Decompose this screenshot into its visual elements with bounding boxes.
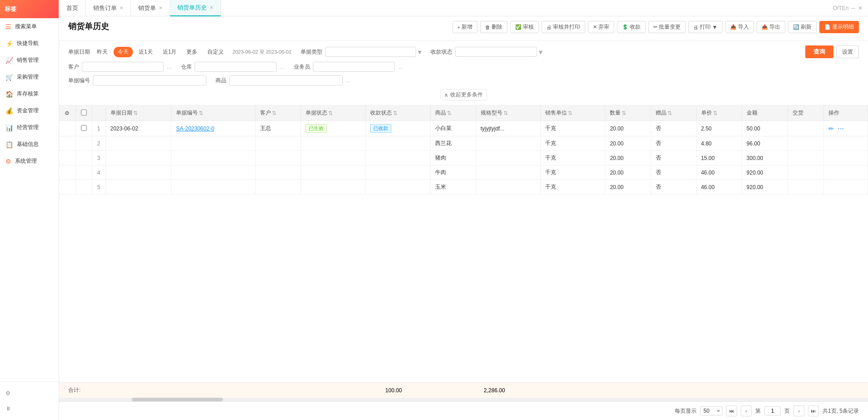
last7days-btn[interactable]: 近1天: [135, 47, 157, 57]
customer-header[interactable]: 客户 ⇅: [255, 105, 301, 121]
warehouse-input[interactable]: [195, 62, 276, 72]
doc-type-dropdown-icon[interactable]: ▾: [418, 48, 421, 56]
prev-page-btn[interactable]: ‹: [741, 405, 752, 416]
row-checkbox-cell[interactable]: [75, 165, 92, 180]
spec-cell: tyjyjtyjdf...: [476, 121, 540, 136]
payment-status-input[interactable]: [455, 47, 537, 57]
delete-button[interactable]: 🗑 删除: [480, 21, 507, 33]
product-more-icon[interactable]: …: [346, 77, 351, 84]
row-checkbox-cell[interactable]: [75, 136, 92, 151]
more-row-icon[interactable]: ⋯: [838, 125, 844, 132]
close-tab-sales-order[interactable]: ✕: [120, 5, 123, 10]
close-tab-sales-history[interactable]: ✕: [210, 5, 213, 10]
product-input[interactable]: [229, 75, 343, 85]
audit-button[interactable]: ✅ 审核: [510, 21, 539, 33]
product-header[interactable]: 商品 ⇅: [430, 105, 476, 121]
salesperson-input[interactable]: [313, 62, 395, 72]
filter-setting-button[interactable]: 设置: [836, 45, 859, 58]
doc-type-label: 单据类型: [301, 48, 322, 56]
horizontal-scrollbar[interactable]: [59, 398, 868, 401]
audit-print-button[interactable]: 🖨 审核并打印: [542, 21, 585, 33]
first-page-btn[interactable]: ⏮: [726, 405, 737, 416]
row-checkbox-cell[interactable]: [75, 151, 92, 165]
unit-price-header[interactable]: 单价 ⇅: [696, 105, 742, 121]
unit-header[interactable]: 销售单位 ⇅: [541, 105, 605, 121]
warehouse-more-icon[interactable]: …: [279, 64, 285, 70]
doc-no-cell[interactable]: SA-20230602-0: [171, 121, 256, 136]
amount-cell: 50.00: [742, 121, 788, 136]
doc-no-header[interactable]: 单据编号 ⇅: [171, 105, 256, 121]
sidebar-settings[interactable]: ⚙: [0, 385, 59, 401]
export-button[interactable]: 📤 导出: [757, 21, 785, 33]
collapse-conditions-btn[interactable]: ∧ 收起更多条件: [440, 89, 487, 100]
gift-header[interactable]: 赠品 ⇅: [651, 105, 696, 121]
edit-row-icon[interactable]: ✏: [828, 125, 834, 132]
import-button[interactable]: 📥 导入: [725, 21, 754, 33]
doc-status-cell: [301, 165, 366, 180]
sidebar-item-search-menu[interactable]: ☰ 搜索菜单: [0, 18, 59, 35]
show-detail-button[interactable]: 📄 显示明细: [819, 21, 859, 33]
unit-price-cell: 2.50: [696, 121, 742, 136]
doc-status-header[interactable]: 单据状态 ⇅: [301, 105, 366, 121]
customer-input[interactable]: [82, 62, 164, 72]
scrollbar-thumb[interactable]: [132, 398, 223, 401]
print-button[interactable]: 🖨 打印 ▼: [688, 21, 722, 33]
qty-header[interactable]: 数量 ⇅: [605, 105, 651, 121]
sidebar-item-quick-nav[interactable]: ⚡ 快捷导航: [0, 35, 59, 52]
ops-icon: 📊: [5, 124, 13, 131]
payment-status-cell: 已收款: [366, 121, 430, 136]
page-number-input[interactable]: [764, 406, 781, 415]
close-window-icon[interactable]: ✕: [858, 5, 863, 11]
tab-sales-history[interactable]: 销货单历史 ✕: [170, 0, 221, 16]
doc-date-header[interactable]: 单据日期 ⇅: [105, 105, 171, 121]
per-page-select[interactable]: 10 20 50 100: [700, 406, 722, 415]
spec-header[interactable]: 规格型号 ⇅: [476, 105, 540, 121]
customer-more-icon[interactable]: …: [166, 64, 172, 70]
sidebar-item-sys-mgmt[interactable]: ⚙ 系统管理: [0, 153, 59, 170]
payment-status-dropdown-icon[interactable]: ▾: [539, 48, 542, 56]
collect-button[interactable]: 💲 收款: [617, 21, 646, 33]
close-tab-sales-delivery[interactable]: ✕: [159, 5, 162, 10]
doc-no-link[interactable]: SA-20230602-0: [176, 125, 214, 132]
select-all-checkbox[interactable]: [81, 110, 87, 115]
next-page-btn[interactable]: ›: [793, 405, 804, 416]
new-button[interactable]: + 新增: [452, 21, 477, 33]
row-checkbox-cell[interactable]: [75, 180, 92, 195]
custom-btn[interactable]: 自定义: [203, 47, 228, 57]
tab-sales-order[interactable]: 销售订单 ✕: [86, 0, 131, 16]
yesterday-btn[interactable]: 昨天: [93, 47, 112, 57]
doc-no-input[interactable]: [93, 75, 206, 85]
last1month-btn[interactable]: 近1月: [159, 47, 181, 57]
sidebar-item-inventory-calc[interactable]: 🏠 库存核算: [0, 85, 59, 102]
batch-change-button[interactable]: ✏ 批量变更: [648, 21, 686, 33]
spec-cell: [476, 180, 540, 195]
audit-icon: ✅: [515, 24, 522, 30]
tab-home[interactable]: 首页: [59, 0, 86, 16]
sidebar-pause[interactable]: ⏸: [0, 401, 59, 416]
minimize-icon[interactable]: ─: [851, 5, 855, 11]
settings-col-icon[interactable]: ⚙: [65, 110, 70, 116]
query-button[interactable]: 查询: [805, 45, 833, 58]
sidebar-item-basic-info[interactable]: 📋 基础信息: [0, 136, 59, 153]
salesperson-more-icon[interactable]: …: [397, 64, 403, 70]
settings-col-header[interactable]: ⚙: [59, 105, 75, 121]
more-btn[interactable]: 更多: [182, 47, 201, 57]
sidebar-item-finance-mgmt[interactable]: 💰 资金管理: [0, 102, 59, 119]
checkbox-col-header[interactable]: [75, 105, 92, 121]
sidebar-item-ops-mgmt[interactable]: 📊 经营管理: [0, 119, 59, 136]
spec-cell: [476, 165, 540, 180]
inventory-icon: 🏠: [5, 90, 13, 98]
today-btn[interactable]: 今天: [114, 47, 133, 57]
tab-sales-delivery[interactable]: 销货单 ✕: [131, 0, 170, 16]
total-label: 合计:: [68, 386, 80, 394]
last-page-btn[interactable]: ⏭: [808, 405, 819, 416]
row-checkbox[interactable]: [81, 125, 87, 131]
abandon-button[interactable]: ✕ 弃审: [588, 21, 614, 33]
payment-status-header[interactable]: 收款状态 ⇅: [366, 105, 430, 121]
refresh-button[interactable]: 🔄 刷新: [788, 21, 817, 33]
sort-icon-2: ⇅: [199, 110, 203, 116]
sidebar-item-sales-mgmt[interactable]: 📈 销售管理: [0, 52, 59, 69]
sidebar-item-purchase-mgmt[interactable]: 🛒 采购管理: [0, 69, 59, 85]
row-checkbox-cell[interactable]: [75, 121, 92, 136]
doc-type-input[interactable]: [325, 47, 416, 57]
